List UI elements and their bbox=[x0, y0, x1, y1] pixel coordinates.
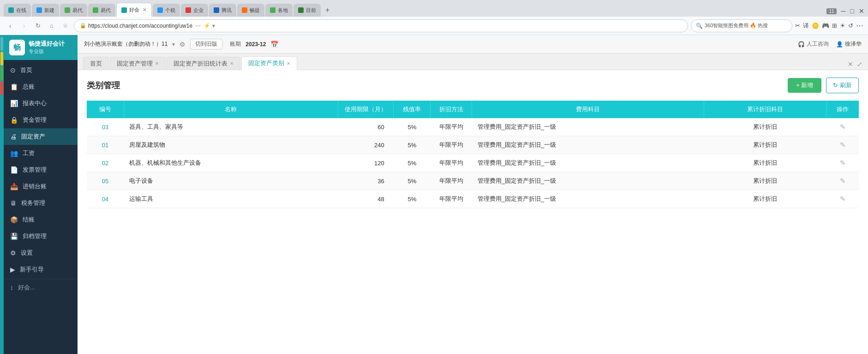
sidebar-item-guide[interactable]: ▶ 新手引导 bbox=[4, 261, 78, 278]
col-expense: 费用科目 bbox=[472, 101, 704, 118]
page-title: 类别管理 bbox=[87, 80, 120, 91]
tab-fixed-asset-label: 固定资产管理 bbox=[117, 60, 153, 68]
settings-gear-icon[interactable]: ⚙ bbox=[180, 41, 186, 48]
cut-icon[interactable]: ✂ bbox=[795, 22, 800, 29]
sidebar-item-home-label: 首页 bbox=[20, 66, 32, 74]
browser-tab-1[interactable]: 在线 bbox=[4, 4, 31, 17]
sidebar-item-funds[interactable]: 🔒 资金管理 bbox=[4, 112, 78, 128]
sidebar-subtitle: 专业版 bbox=[29, 48, 65, 55]
tab8-label: 腾讯 bbox=[221, 7, 232, 14]
edit-button[interactable]: ✎ bbox=[840, 177, 846, 185]
user-account-name: 刘小艳演示账套（勿删勿动！）11 bbox=[84, 40, 168, 48]
guide-icon: ▶ bbox=[10, 266, 15, 273]
sidebar-nav: ⊙ 首页 📋 总账 📊 报表中心 🔒 资金管理 🖨 固定资产 👥 工资 bbox=[4, 60, 78, 354]
sidebar-item-invoice[interactable]: 📄 发票管理 bbox=[4, 162, 78, 178]
tab4-label: 易代 bbox=[101, 7, 111, 14]
add-button[interactable]: + 新增 bbox=[788, 78, 821, 93]
back-button[interactable]: ‹ bbox=[5, 20, 16, 31]
new-tab-button[interactable]: + bbox=[322, 4, 333, 17]
tab-home[interactable]: 首页 bbox=[83, 57, 109, 70]
cell-method: 年限平均 bbox=[431, 172, 472, 190]
more-options-icon[interactable]: ⋯ bbox=[856, 21, 863, 30]
tab-depreciation-close-icon[interactable]: ✕ bbox=[230, 61, 233, 66]
cell-name: 房屋及建筑物 bbox=[124, 136, 338, 154]
close-icon[interactable]: ✕ bbox=[859, 7, 864, 15]
home-button[interactable]: ⌂ bbox=[46, 20, 57, 31]
sidebar-item-settlement[interactable]: 📦 结账 bbox=[4, 211, 78, 228]
user-profile[interactable]: 👤 徐泽华 bbox=[836, 40, 862, 48]
sidebar-item-home[interactable]: ⊙ 首页 bbox=[4, 62, 78, 78]
tab-category[interactable]: 固定资产类别 ✕ bbox=[241, 56, 297, 70]
browser-tab-6[interactable]: 个税 bbox=[153, 4, 180, 17]
sidebar-item-archive[interactable]: 💾 归档管理 bbox=[4, 228, 78, 245]
cell-action[interactable]: ✎ bbox=[826, 154, 859, 172]
purchase-icon: 📥 bbox=[10, 183, 18, 190]
service-button[interactable]: 🎧 人工咨询 bbox=[798, 40, 829, 48]
tab5-close-icon[interactable]: ✕ bbox=[143, 7, 147, 13]
user-dropdown-icon[interactable]: ▾ bbox=[172, 41, 175, 48]
cell-action[interactable]: ✎ bbox=[826, 136, 859, 154]
translate-icon[interactable]: 译 bbox=[803, 22, 809, 30]
edit-button[interactable]: ✎ bbox=[840, 141, 846, 149]
calendar-icon[interactable]: 📅 bbox=[270, 41, 278, 48]
cell-code: 03 bbox=[87, 118, 124, 136]
browser-tab-4[interactable]: 易代 bbox=[88, 4, 115, 17]
payroll-icon: 👥 bbox=[10, 150, 18, 157]
forward-button[interactable]: › bbox=[18, 20, 30, 31]
game-icon[interactable]: 🎮 bbox=[822, 22, 829, 29]
cell-code: 01 bbox=[87, 136, 124, 154]
browser-tab-7[interactable]: 企业 bbox=[181, 4, 208, 17]
edit-button[interactable]: ✎ bbox=[840, 195, 846, 203]
refresh-button[interactable]: ↻ 刷新 bbox=[826, 78, 859, 93]
browser-tab-3[interactable]: 易代 bbox=[60, 4, 87, 17]
reload-button[interactable]: ↻ bbox=[32, 20, 43, 31]
sidebar-item-purchase-label: 进销台账 bbox=[23, 182, 47, 191]
sidebar-item-general-ledger[interactable]: 📋 总账 bbox=[4, 78, 78, 95]
tab-depreciation[interactable]: 固定资产折旧统计表 ✕ bbox=[167, 57, 240, 70]
cell-code: 04 bbox=[87, 190, 124, 208]
url-bar[interactable]: 🔒 https://cloud.chanjet.com/accounting/u… bbox=[74, 19, 688, 32]
switch-version-button[interactable]: 切到旧版 bbox=[190, 39, 222, 49]
search-icon: 🔍 bbox=[696, 23, 703, 29]
sidebar-item-more[interactable]: ↕ 好会... bbox=[4, 279, 78, 296]
minimize-icon[interactable]: ─ bbox=[841, 7, 846, 15]
cell-action[interactable]: ✎ bbox=[826, 118, 859, 136]
browser-tab-9[interactable]: 畅提 bbox=[237, 4, 264, 17]
tab-fixed-asset-manage[interactable]: 固定资产管理 ✕ bbox=[110, 57, 166, 70]
cell-action[interactable]: ✎ bbox=[826, 190, 859, 208]
sidebar-item-purchase-sales[interactable]: 📥 进销台账 bbox=[4, 178, 78, 195]
search-bar[interactable]: 🔍 360智能抠图免费用 🔥 热搜 bbox=[691, 19, 792, 32]
cell-residual: 5% bbox=[394, 154, 431, 172]
browser-tab-10[interactable]: 各地 bbox=[265, 4, 293, 17]
col-code: 编号 bbox=[87, 101, 124, 118]
sidebar-item-settings[interactable]: ⚙ 设置 bbox=[4, 245, 78, 261]
browser-tab-2[interactable]: 新建 bbox=[32, 4, 59, 17]
edit-button[interactable]: ✎ bbox=[840, 123, 846, 131]
sidebar-item-reports[interactable]: 📊 报表中心 bbox=[4, 95, 78, 112]
restore-icon[interactable]: □ bbox=[850, 7, 854, 15]
tab-fixed-asset-close-icon[interactable]: ✕ bbox=[155, 61, 159, 66]
sun-icon[interactable]: ☀ bbox=[840, 22, 845, 29]
sidebar-item-tax[interactable]: 🖥 税务管理 bbox=[4, 195, 78, 211]
browser-tab-8[interactable]: 腾讯 bbox=[209, 4, 236, 17]
col-residual: 残值率 bbox=[394, 101, 431, 118]
cell-code: 02 bbox=[87, 154, 124, 172]
edit-button[interactable]: ✎ bbox=[840, 159, 846, 167]
browser-tab-11[interactable]: 目前 bbox=[293, 4, 321, 17]
period-value: 2023-12 bbox=[245, 41, 266, 48]
sidebar-item-fixed-assets[interactable]: 🖨 固定资产 bbox=[4, 128, 78, 145]
history-icon[interactable]: ↺ bbox=[848, 22, 853, 29]
browser-tab-active[interactable]: 好会 ✕ bbox=[116, 3, 152, 17]
cell-action[interactable]: ✎ bbox=[826, 172, 859, 190]
sidebar-item-payroll[interactable]: 👥 工资 bbox=[4, 145, 78, 162]
bookmark-button[interactable]: ☆ bbox=[60, 20, 71, 31]
cell-period: 240 bbox=[338, 136, 394, 154]
tab-category-close-icon[interactable]: ✕ bbox=[287, 61, 290, 66]
cell-name: 机器、机械和其他生产设备 bbox=[124, 154, 338, 172]
cell-accumulated: 累计折旧 bbox=[704, 172, 826, 190]
coin-icon[interactable]: 🪙 bbox=[812, 22, 819, 29]
window-expand-icon[interactable]: ✕ ⤢ bbox=[848, 60, 862, 70]
cell-period: 120 bbox=[338, 154, 394, 172]
col-action: 操作 bbox=[826, 101, 859, 118]
grid-icon[interactable]: ⊞ bbox=[832, 22, 837, 29]
